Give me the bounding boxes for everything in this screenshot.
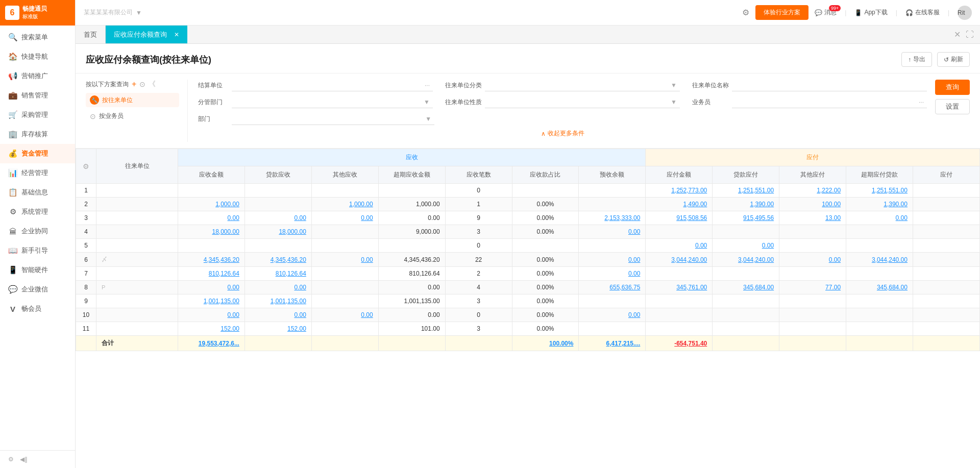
partner-name-input[interactable] bbox=[735, 82, 924, 89]
total-payable[interactable]: -654,751.40 bbox=[646, 336, 713, 351]
dropdown-icon[interactable]: ▼ bbox=[136, 9, 142, 16]
th-payable-group: 应付 bbox=[646, 149, 980, 166]
scheme-salesperson-label: 按业务员 bbox=[99, 112, 124, 120]
scheme-salesperson-icon: ⊙ bbox=[90, 112, 96, 120]
filter-scheme-header: 按以下方案查询 + ⊙ 《 bbox=[86, 80, 179, 89]
message-icon: 💬 bbox=[815, 9, 822, 16]
inventory-icon: 🏢 bbox=[8, 130, 17, 139]
partner-category-input[interactable] bbox=[488, 82, 671, 89]
total-empty1 bbox=[244, 336, 311, 351]
salesperson-input[interactable] bbox=[735, 98, 919, 106]
industry-solution-button[interactable]: 体验行业方案 bbox=[755, 5, 808, 20]
sidebar-item-enterprise[interactable]: 🏛 企业协同 bbox=[0, 221, 75, 241]
field-partner-category: 往来单位分类 ▼ bbox=[445, 80, 680, 91]
table-settings-icon[interactable]: ⚙ bbox=[83, 162, 89, 170]
app-download-button[interactable]: 📱 App下载 bbox=[854, 8, 887, 17]
total-ratio: 100.00% bbox=[512, 336, 579, 351]
company-name: 某某某某有限公司 bbox=[84, 8, 133, 17]
service-button[interactable]: 🎧 在线客服 bbox=[905, 8, 940, 17]
sidebar-item-basic[interactable]: 📋 基础信息 bbox=[0, 183, 75, 202]
sidebar-item-operation[interactable]: 📊 经营管理 bbox=[0, 163, 75, 183]
total-prepaid[interactable]: 6,417,215.... bbox=[579, 336, 646, 351]
th-receivable-amount: 应收金额 bbox=[178, 166, 245, 184]
sidebar-item-finance[interactable]: 💰 资金管理 bbox=[0, 144, 75, 163]
tab-close-icon[interactable]: ✕ bbox=[174, 31, 179, 38]
topbar-actions: 💬 消息 99+ | 📱 App下载 | 🎧 在线客服 | Rit bbox=[815, 6, 972, 20]
scheme-salesperson[interactable]: ⊙ 按业务员 bbox=[86, 109, 179, 123]
sidebar-item-wechat[interactable]: 💬 企业微信 bbox=[0, 280, 75, 299]
table-row: 7810,126.64810,126.64810,126.6420.00%0.0… bbox=[76, 267, 980, 281]
service-label: 在线客服 bbox=[915, 8, 940, 17]
filter-row-3: 部门 ▼ bbox=[198, 113, 927, 125]
salesperson-wrap: ··· bbox=[732, 96, 927, 108]
partner-category-chevron[interactable]: ▼ bbox=[671, 82, 677, 89]
department-chevron[interactable]: ▼ bbox=[425, 115, 431, 122]
table-row: 21,000.001,000.001,000.0010.00%1,490.001… bbox=[76, 198, 980, 211]
tabbar-spacer bbox=[187, 26, 948, 43]
total-empty4 bbox=[713, 336, 779, 351]
partner-nature-chevron[interactable]: ▼ bbox=[671, 98, 677, 106]
total-receivable-amount[interactable]: 19,553,472,6... bbox=[178, 336, 245, 351]
divider2: | bbox=[896, 9, 897, 16]
filter-collapse[interactable]: ∧ 收起更多条件 bbox=[198, 125, 927, 142]
enterprise-icon: 🏛 bbox=[8, 227, 17, 236]
settlement-input-wrap: ··· bbox=[232, 80, 433, 91]
th-other-payable: 其他应付 bbox=[779, 166, 846, 184]
window-close-icon[interactable]: ✕ bbox=[954, 30, 961, 39]
service-icon: 🎧 bbox=[905, 9, 913, 16]
sidebar-item-device[interactable]: 📱 智能硬件 bbox=[0, 260, 75, 280]
table-row: 101,252,773.001,251,551.001,222.001,251,… bbox=[76, 184, 980, 198]
table-row: 100.000.000.000.0000.00%0.00 bbox=[76, 308, 980, 322]
sidebar-item-system[interactable]: ⚙ 系统管理 bbox=[0, 202, 75, 221]
set-button[interactable]: 设置 bbox=[935, 99, 970, 114]
sidebar-label-inventory: 库存核算 bbox=[21, 130, 48, 139]
export-button[interactable]: ↑ 导出 bbox=[901, 52, 932, 67]
settlement-input[interactable] bbox=[235, 82, 425, 89]
edit-scheme-icon[interactable]: ⊙ bbox=[139, 80, 145, 88]
salesperson-dots[interactable]: ··· bbox=[919, 98, 924, 106]
tab-query[interactable]: 应收应付余额查询 ✕ bbox=[106, 26, 187, 43]
export-icon: ↑ bbox=[908, 56, 911, 63]
total-overdue bbox=[378, 336, 445, 351]
settlement-dots[interactable]: ··· bbox=[425, 82, 430, 89]
filter-area: 按以下方案查询 + ⊙ 《 🔧 按往来单位 ⊙ 按业务员 bbox=[76, 73, 980, 149]
dept-manager-chevron[interactable]: ▼ bbox=[424, 98, 430, 106]
device-icon: 📱 bbox=[8, 265, 17, 275]
refresh-button[interactable]: ↺ 刷新 bbox=[937, 52, 970, 67]
footer-collapse-icon[interactable]: ◀‖ bbox=[20, 456, 28, 463]
window-maximize-icon[interactable]: ⛶ bbox=[966, 30, 974, 39]
th-receivable-count: 应收笔数 bbox=[445, 166, 512, 184]
sidebar-item-member[interactable]: V 畅会员 bbox=[0, 299, 75, 318]
sidebar-item-purchase[interactable]: 🛒 采购管理 bbox=[0, 105, 75, 125]
add-scheme-icon[interactable]: + bbox=[132, 80, 136, 89]
sidebar-label-quick: 快捷导航 bbox=[21, 52, 48, 61]
sales-icon: 💼 bbox=[8, 91, 17, 100]
th-payable-amount: 应付金额 bbox=[646, 166, 713, 184]
sidebar-item-inventory[interactable]: 🏢 库存核算 bbox=[0, 125, 75, 144]
sidebar-item-quick[interactable]: 🏠 快捷导航 bbox=[0, 47, 75, 66]
settlement-label: 结算单位 bbox=[198, 81, 229, 90]
scheme-partner-label: 按往来单位 bbox=[102, 96, 133, 105]
sidebar-item-guide[interactable]: 📖 新手引导 bbox=[0, 241, 75, 260]
footer-settings-icon[interactable]: ⚙ bbox=[8, 456, 14, 463]
query-button[interactable]: 查询 bbox=[935, 80, 970, 95]
department-input[interactable] bbox=[235, 115, 425, 122]
scheme-partner[interactable]: 🔧 按往来单位 bbox=[86, 93, 179, 107]
dept-manager-input[interactable] bbox=[235, 98, 424, 106]
system-icon: ⚙ bbox=[8, 207, 17, 216]
gear-icon[interactable]: ⚙ bbox=[742, 8, 749, 17]
message-button[interactable]: 💬 消息 99+ bbox=[815, 8, 837, 17]
purchase-icon: 🛒 bbox=[8, 110, 17, 119]
th-receivable-group: 应收 bbox=[178, 149, 646, 166]
collapse-scheme-icon[interactable]: 《 bbox=[149, 80, 156, 89]
user-avatar[interactable]: Rit bbox=[958, 6, 972, 20]
divider1: | bbox=[845, 9, 846, 16]
sidebar-item-search[interactable]: 🔍 搜索菜单 bbox=[0, 28, 75, 47]
main-content: 应收应付余额查询(按往来单位) ↑ 导出 ↺ 刷新 按以下方案查询 + ⊙ bbox=[76, 44, 980, 468]
sidebar-label-finance: 资金管理 bbox=[21, 149, 48, 158]
tab-home[interactable]: 首页 bbox=[76, 26, 106, 43]
partner-nature-input[interactable] bbox=[488, 98, 671, 106]
sidebar-item-sales[interactable]: 💼 销售管理 bbox=[0, 86, 75, 105]
sidebar-item-marketing[interactable]: 📢 营销推广 bbox=[0, 66, 75, 86]
field-department: 部门 ▼ bbox=[198, 113, 434, 125]
